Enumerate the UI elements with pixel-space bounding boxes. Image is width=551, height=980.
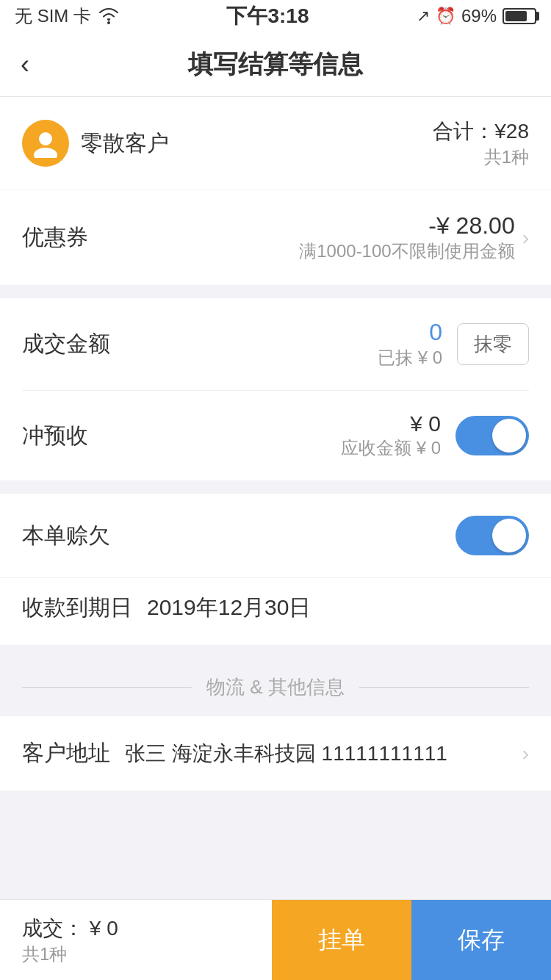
customer-name: 零散客户 [81, 129, 169, 159]
bottom-buttons: 挂单 保存 [272, 900, 551, 981]
bottom-count: 共1种 [22, 943, 250, 966]
battery-label: 69% [461, 6, 497, 26]
coupon-row[interactable]: 优惠券 -¥ 28.00 满1000-100不限制使用金额 › [0, 190, 551, 285]
customer-total: 合计：¥28 [433, 118, 529, 145]
coupon-desc: 满1000-100不限制使用金额 [299, 239, 514, 263]
tx-amount-label: 成交金额 [22, 329, 110, 359]
customer-count: 共1种 [433, 145, 529, 169]
prepay-amount: ¥ 0 [341, 411, 441, 436]
toggle-knob [492, 419, 526, 453]
status-time: 下午3:18 [226, 2, 309, 30]
debt-section: 本单赊欠 收款到期日 2019年12月30日 [0, 494, 551, 645]
status-right: ↗ ⏰ 69% [417, 6, 536, 26]
svg-point-0 [107, 21, 110, 24]
bottom-bar: 成交： ¥ 0 共1种 挂单 保存 [0, 899, 551, 980]
battery-icon [503, 8, 536, 24]
status-left: 无 SIM 卡 [15, 4, 119, 28]
address-value: 张三 海淀永丰科技园 11111111111 [125, 740, 522, 768]
bottom-tx-label: 成交： [22, 917, 84, 940]
page-title: 填写结算等信息 [188, 48, 363, 82]
carrier-label: 无 SIM 卡 [15, 4, 91, 28]
debt-row: 本单赊欠 [0, 494, 551, 577]
tx-amount-right: 0 已抹 ¥ 0 抹零 [378, 319, 529, 370]
debt-toggle[interactable] [455, 516, 529, 555]
logistics-label: 物流 & 其他信息 [192, 674, 359, 700]
avatar-icon [31, 129, 60, 158]
bottom-summary: 成交： ¥ 0 共1种 [0, 915, 272, 966]
content: 零散客户 合计：¥28 共1种 优惠券 -¥ 28.00 满1000-100不限… [0, 97, 551, 892]
debt-label: 本单赊欠 [22, 521, 110, 551]
svg-point-2 [34, 148, 57, 158]
date-value: 2019年12月30日 [147, 593, 311, 623]
debt-toggle-knob [492, 519, 526, 552]
logistics-separator: 物流 & 其他信息 [0, 658, 551, 716]
tx-amount-sub: 已抹 ¥ 0 [378, 346, 442, 370]
coupon-value: -¥ 28.00 满1000-100不限制使用金额 [299, 212, 514, 263]
nav-bar: ‹ 填写结算等信息 [0, 32, 551, 97]
customer-section: 零散客户 合计：¥28 共1种 优惠券 -¥ 28.00 满1000-100不限… [0, 97, 551, 285]
round-button[interactable]: 抹零 [457, 323, 529, 365]
pending-button[interactable]: 挂单 [272, 900, 411, 981]
prepay-label: 冲预收 [22, 421, 88, 451]
coupon-label: 优惠券 [22, 223, 88, 253]
logistics-line-right [359, 687, 529, 688]
chevron-right-icon: › [522, 226, 529, 250]
prepay-value-wrap: ¥ 0 应收金额 ¥ 0 [341, 411, 441, 460]
bottom-tx: 成交： ¥ 0 [22, 915, 250, 943]
address-label: 客户地址 [22, 738, 110, 768]
svg-point-1 [39, 132, 52, 145]
customer-left: 零散客户 [22, 120, 169, 167]
location-icon: ↗ [417, 7, 430, 26]
address-chevron-icon: › [522, 742, 529, 765]
wifi-icon [98, 8, 119, 24]
status-bar: 无 SIM 卡 下午3:18 ↗ ⏰ 69% [0, 0, 551, 32]
customer-row: 零散客户 合计：¥28 共1种 [0, 97, 551, 190]
tx-amount-row: 成交金额 0 已抹 ¥ 0 抹零 [22, 298, 529, 391]
back-button[interactable]: ‹ [21, 49, 29, 80]
date-label: 收款到期日 [22, 593, 132, 623]
customer-right: 合计：¥28 共1种 [433, 118, 529, 169]
prepay-row: 冲预收 ¥ 0 应收金额 ¥ 0 [22, 391, 529, 480]
coupon-right: -¥ 28.00 满1000-100不限制使用金额 › [299, 212, 529, 263]
date-row: 收款到期日 2019年12月30日 [0, 577, 551, 645]
save-button[interactable]: 保存 [411, 900, 551, 981]
address-section: 客户地址 张三 海淀永丰科技园 11111111111 › [0, 716, 551, 790]
prepay-toggle[interactable] [455, 416, 529, 455]
prepay-right: ¥ 0 应收金额 ¥ 0 [341, 411, 529, 460]
coupon-discount: -¥ 28.00 [299, 212, 514, 239]
tx-amount-value: 0 [378, 319, 442, 346]
tx-value-wrap: 0 已抹 ¥ 0 [378, 319, 442, 370]
alarm-icon: ⏰ [436, 7, 455, 26]
bottom-tx-value: ¥ 0 [90, 917, 118, 940]
transaction-section: 成交金额 0 已抹 ¥ 0 抹零 冲预收 ¥ 0 应收金额 ¥ 0 [0, 298, 551, 480]
logistics-line-left [22, 687, 192, 688]
customer-avatar [22, 120, 69, 167]
address-row[interactable]: 客户地址 张三 海淀永丰科技园 11111111111 › [0, 716, 551, 790]
prepay-receivable: 应收金额 ¥ 0 [341, 436, 441, 460]
